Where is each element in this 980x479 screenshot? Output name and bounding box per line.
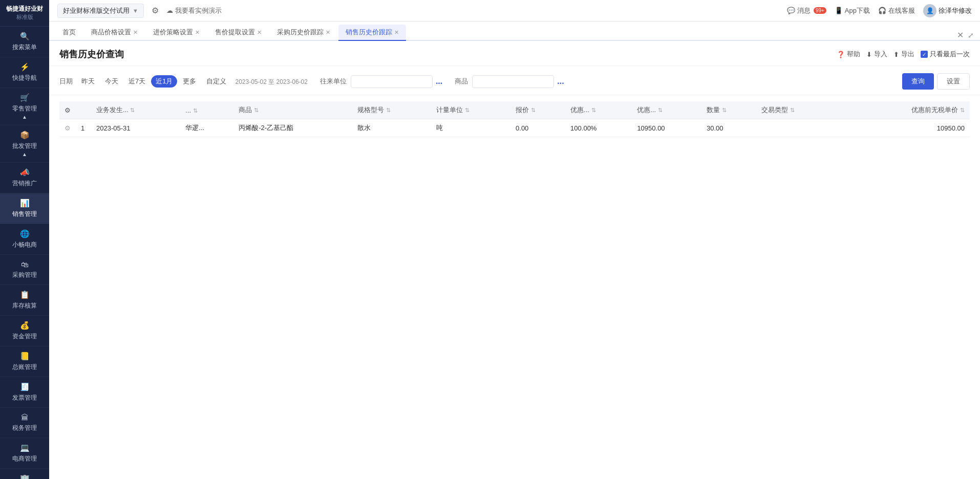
date-opt-more[interactable]: 更多 [178,75,201,88]
col-unit-label: 计量单位 [436,106,463,114]
appdownload-button[interactable]: 📱 App下载 [835,6,870,15]
row-tax-price: 10950.00 [854,119,970,137]
sidebar-item-capital[interactable]: 💰 资金管理 [0,316,49,346]
headset-icon: 🎧 [878,7,886,14]
col-goods[interactable]: 商品 ⇅ [233,101,352,119]
general-icon: 📒 [20,352,30,361]
tab-purchase-history[interactable]: 采购历史价跟踪 ✕ [270,25,337,41]
demo-label: 我要看实例演示 [175,6,222,15]
message-button[interactable]: 💬 消息 99+ [787,6,826,15]
col-unit[interactable]: 计量单位 ⇅ [431,101,510,119]
tab-sale-extract[interactable]: 售价提取设置 ✕ [208,25,269,41]
col-unit-sort-icon: ⇅ [465,107,470,113]
col-discount1[interactable]: 优惠... ⇅ [565,101,632,119]
only-last-checkbox-box[interactable]: ✓ [921,51,928,58]
row-discount2: 10950.00 [632,119,701,137]
tab-goods-price[interactable]: 商品价格设置 ✕ [84,25,145,41]
tab-home[interactable]: 首页 [55,25,83,41]
user-menu[interactable]: 👤 徐泽华修改 [923,4,972,17]
sidebar-label-search: 搜索菜单 [12,43,37,52]
page-title: 销售历史价查询 [59,48,124,60]
col-discount2-sort-icon: ⇅ [658,107,663,113]
date-opt-today[interactable]: 今天 [100,75,123,88]
row-gear[interactable]: ⚙ [59,119,76,137]
demo-link[interactable]: ☁ 我要看实例演示 [166,6,222,15]
col-gear[interactable]: ⚙ [59,101,76,119]
sidebar-item-tax[interactable]: 🏛 税务管理 [0,408,49,438]
goods-more-btn[interactable]: ... [557,77,564,86]
tab-sale-history-close[interactable]: ✕ [394,29,399,36]
sidebar-item-quicknav[interactable]: ⚡ 快捷导航 [0,57,49,88]
sidebar-item-retail[interactable]: 🛒 零售管理 ▲ [0,88,49,125]
col-spec-sort-icon: ⇅ [386,107,391,113]
col-goods-sort-icon: ⇅ [254,107,259,113]
version-selector[interactable]: 好业财标准版交付试用 ▼ [57,4,144,18]
tab-sale-extract-label: 售价提取设置 [215,28,255,37]
sidebar-item-inventory[interactable]: 📋 库存核算 [0,285,49,316]
col-more[interactable]: ... ⇅ [180,101,233,119]
wholesale-icon: 📦 [20,130,30,140]
sidebar-item-sales[interactable]: 📊 销售管理 [0,193,49,224]
sidebar-item-marketing[interactable]: 📣 营销推广 [0,163,49,193]
import-button[interactable]: ⬇ 导入 [866,50,887,59]
main-area: 好业财标准版交付试用 ▼ ⚙ ☁ 我要看实例演示 💬 消息 99+ 📱 App下… [49,0,980,479]
export-button[interactable]: ⬆ 导出 [893,50,914,59]
goods-input[interactable] [472,75,554,88]
customer-filter-group: 往来单位 ... [320,75,442,88]
sidebar-item-general[interactable]: 📒 总账管理 [0,346,49,377]
tab-purchase-strategy-close[interactable]: ✕ [195,29,200,36]
help-icon: ❓ [837,51,845,58]
col-spec[interactable]: 规格型号 ⇅ [352,101,432,119]
sidebar-item-invoice[interactable]: 🧾 发票管理 [0,377,49,408]
window-close-button[interactable]: ✕ [957,30,964,40]
content-area: 销售历史价查询 ❓ 帮助 ⬇ 导入 ⬆ 导出 ✓ 只看最后一次 [49,41,980,479]
col-more-sort-icon: ⇅ [193,107,198,114]
date-options: 昨天 今天 近7天 近1月 更多 自定义 [77,75,231,88]
message-label: 消息 [797,6,811,15]
date-opt-yesterday[interactable]: 昨天 [77,75,99,88]
col-spacer [836,101,855,119]
tab-sale-history[interactable]: 销售历史价跟踪 ✕ [338,25,406,41]
sidebar-item-purchase[interactable]: 🛍 采购管理 [0,255,49,285]
col-discount2[interactable]: 优惠... ⇅ [632,101,701,119]
sidebar-item-ecommgmt[interactable]: 💻 电商管理 [0,438,49,469]
onlineservice-button[interactable]: 🎧 在线客服 [878,6,915,15]
filter-settings-button[interactable]: 设置 [937,73,970,90]
query-button[interactable]: 查询 [902,73,934,90]
tab-purchase-strategy[interactable]: 进价策略设置 ✕ [146,25,207,41]
col-tax-price[interactable]: 优惠前无税单价 ⇅ [854,101,970,119]
date-opt-custom[interactable]: 自定义 [202,75,231,88]
col-rownum [76,101,91,119]
avatar: 👤 [923,4,936,17]
sidebar-item-fixedasset[interactable]: 🏢 固定资产 [0,469,49,479]
sidebar-label-capital: 资金管理 [12,332,37,341]
table-row: ⚙ 1 2023-05-31 华逻... 丙烯酸-2-乙基己酯 散水 吨 0.0… [59,119,970,137]
date-opt-last1month[interactable]: 近1月 [151,75,177,88]
sidebar-logo: 畅捷通好业财 标准版 [0,0,49,27]
appdownload-label: App下载 [845,6,870,15]
col-price[interactable]: 报价 ⇅ [510,101,565,119]
sidebar-item-wholesale[interactable]: 📦 批发管理 ▲ [0,125,49,163]
sidebar-item-search[interactable]: 🔍 搜索菜单 [0,27,49,57]
customer-input[interactable] [351,75,433,88]
col-qty[interactable]: 数量 ⇅ [701,101,756,119]
ecommgmt-icon: 💻 [20,443,30,452]
tab-sale-extract-close[interactable]: ✕ [257,29,262,36]
sidebar-label-purchase: 采购管理 [12,271,37,279]
customer-more-btn[interactable]: ... [436,77,442,86]
only-last-toggle[interactable]: ✓ 只看最后一次 [921,50,970,59]
tab-home-label: 首页 [62,28,76,37]
goods-filter-group: 商品 ... [455,75,564,88]
date-opt-last7days[interactable]: 近7天 [124,75,150,88]
window-maximize-button[interactable]: ⤢ [968,31,974,39]
help-button[interactable]: ❓ 帮助 [837,50,860,59]
tab-goods-price-close[interactable]: ✕ [133,29,138,36]
sidebar-label-retail: 零售管理 [12,104,37,113]
topbar-settings-button[interactable]: ⚙ [148,4,162,18]
tab-purchase-history-close[interactable]: ✕ [326,29,330,36]
fixedasset-icon: 🏢 [20,474,30,479]
sidebar-item-ecom[interactable]: 🌐 小畅电商 [0,224,49,255]
table-header-row: ⚙ 业务发生... ⇅ ... ⇅ 商品 ⇅ [59,101,970,119]
col-trade-type[interactable]: 交易类型 ⇅ [756,101,836,119]
col-biz-date[interactable]: 业务发生... ⇅ [91,101,180,119]
